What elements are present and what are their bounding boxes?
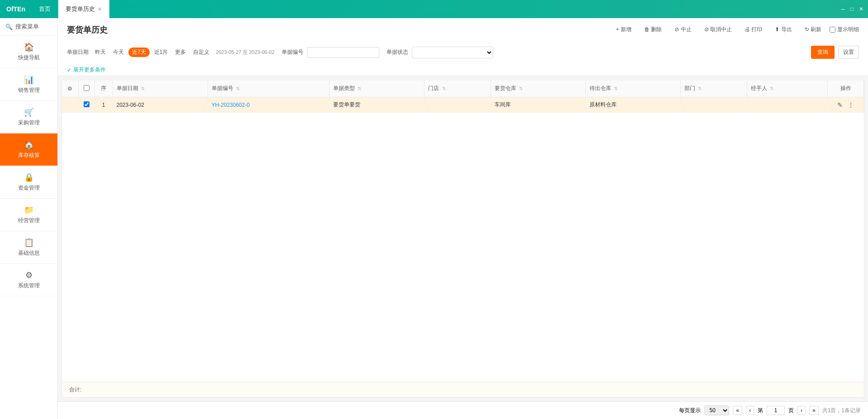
toolbar: + 新增 🗑 删除 ⊘ 中止 ⊘ 取消中止 🖨 打印 ⬆ 导出 ↻ 刷新 显示明…: [612, 24, 859, 36]
expand-label: 展开更多条件: [73, 66, 106, 74]
home-icon: 🏠: [24, 42, 34, 52]
sidebar-item-quick-nav-label: 快捷导航: [18, 54, 40, 62]
date-quick-btns: 昨天 今天 近7天 近1月 更多 自定义: [92, 48, 212, 57]
last-month-btn[interactable]: 近1月: [151, 48, 171, 57]
row-doc-type-cell: 要货单要货: [330, 97, 425, 113]
settings-col-header[interactable]: ⚙: [62, 80, 78, 97]
row-edit-icon[interactable]: ✎: [835, 100, 844, 110]
row-checkbox[interactable]: [84, 101, 90, 107]
table-container: ⚙ 序 单据日期 ⇅ 单据编号 ⇅ 单据类型 ⇅ 门店 ⇅ 要货仓库 ⇅ 待出仓…: [62, 80, 864, 382]
more-btn[interactable]: 更多: [172, 48, 189, 57]
display-detail-checkbox[interactable]: [830, 27, 835, 33]
delete-button[interactable]: 🗑 删除: [640, 24, 666, 36]
query-button[interactable]: 查询: [811, 46, 835, 59]
inventory-icon: 🏠: [24, 140, 34, 150]
sidebar-item-finance[interactable]: 🔒 资金管理: [0, 166, 57, 199]
expand-conditions-btn[interactable]: ✓ 展开更多条件: [67, 66, 859, 74]
sidebar-item-inventory[interactable]: 🏠 库存核算: [0, 133, 57, 166]
tab-home[interactable]: 首页: [32, 0, 58, 18]
page-size-label: 每页显示: [679, 407, 701, 414]
department-col-header[interactable]: 部门 ⇅: [681, 80, 747, 97]
sidebar-item-operation-label: 经营管理: [18, 217, 40, 224]
req-warehouse-col-header[interactable]: 要货仓库 ⇅: [491, 80, 585, 97]
page-size-select[interactable]: 50 20 100 200: [704, 405, 729, 415]
doc-no-input[interactable]: [307, 47, 379, 58]
sidebar-item-operation[interactable]: 📁 经营管理: [0, 199, 57, 231]
cancel-stop-button[interactable]: ⊘ 取消中止: [700, 24, 736, 36]
clipboard-icon: 📋: [24, 238, 34, 248]
page-input[interactable]: [767, 406, 785, 415]
sidebar-item-purchase[interactable]: 🛒 采购管理: [0, 101, 57, 133]
export-button[interactable]: ⬆ 导出: [770, 24, 796, 36]
first-page-button[interactable]: «: [733, 406, 742, 415]
last7-btn[interactable]: 近7天: [128, 48, 150, 57]
doc-no-link[interactable]: YH-20230602-0: [212, 102, 250, 108]
sidebar-item-sales-label: 销售管理: [18, 86, 40, 94]
row-department-cell: [681, 97, 747, 113]
doc-no-filter-group: 单据编号: [282, 47, 379, 58]
sidebar-item-purchase-label: 采购管理: [18, 119, 40, 127]
tab-close-icon[interactable]: ✕: [98, 6, 102, 12]
sidebar-search[interactable]: 🔍 搜索菜单: [0, 18, 57, 36]
tab-home-label: 首页: [39, 5, 51, 13]
prev-page-button[interactable]: ‹: [746, 406, 754, 415]
table-header-row: ⚙ 序 单据日期 ⇅ 单据编号 ⇅ 单据类型 ⇅ 门店 ⇅ 要货仓库 ⇅ 待出仓…: [62, 80, 864, 97]
row-pending-warehouse-cell: 原材料仓库: [585, 97, 680, 113]
num-col-header: 序: [94, 80, 113, 97]
new-button[interactable]: + 新增: [612, 24, 636, 36]
search-icon: 🔍: [5, 24, 13, 30]
row-settings-cell: [62, 97, 78, 113]
tab-bar: 首页 要货单历史 ✕: [32, 0, 109, 18]
row-store-cell: [425, 97, 491, 113]
close-window-icon[interactable]: ✕: [859, 6, 863, 12]
checkbox-col-header[interactable]: [78, 80, 94, 97]
print-button[interactable]: 🖨 打印: [740, 24, 767, 36]
display-detail-label: 显示明细: [837, 26, 859, 33]
table-row[interactable]: 1 2023-06-02 YH-20230602-0 要货单要货 车间库 原材料…: [62, 97, 864, 113]
minimize-icon[interactable]: ─: [841, 6, 845, 12]
sidebar-item-system[interactable]: ⚙ 系统管理: [0, 264, 57, 296]
settings-button[interactable]: 设置: [838, 46, 859, 59]
row-checkbox-cell[interactable]: [78, 97, 94, 113]
content-area: 要货单历史 + 新增 🗑 删除 ⊘ 中止 ⊘ 取消中止 🖨 打印 ⬆ 导出 ↻ …: [58, 18, 868, 419]
sidebar-search-label: 搜索菜单: [15, 23, 39, 31]
last-page-button[interactable]: »: [809, 406, 819, 415]
custom-btn[interactable]: 自定义: [190, 48, 212, 57]
refresh-button[interactable]: ↻ 刷新: [800, 24, 826, 36]
sidebar-item-finance-label: 资金管理: [18, 184, 40, 192]
handler-col-header[interactable]: 经手人 ⇅: [747, 80, 827, 97]
doc-no-col-header[interactable]: 单据编号 ⇅: [208, 80, 329, 97]
pending-warehouse-col-header[interactable]: 待出仓库 ⇅: [585, 80, 680, 97]
display-detail-group: 显示明细: [830, 26, 859, 33]
row-more-icon[interactable]: ⋮: [846, 100, 856, 110]
store-col-header[interactable]: 门店 ⇅: [425, 80, 491, 97]
doc-type-col-header[interactable]: 单据类型 ⇅: [330, 80, 425, 97]
date-filter-label: 单据日期: [67, 48, 89, 56]
table-area: ⚙ 序 单据日期 ⇅ 单据编号 ⇅ 单据类型 ⇅ 门店 ⇅ 要货仓库 ⇅ 待出仓…: [61, 80, 864, 398]
stop-button[interactable]: ⊘ 中止: [670, 24, 696, 36]
row-doc-no-cell[interactable]: YH-20230602-0: [208, 97, 329, 113]
tab-requisition-label: 要货单历史: [66, 5, 95, 13]
folder-icon: 📁: [24, 205, 34, 215]
today-btn[interactable]: 今天: [110, 48, 127, 57]
page-total-info: 共1页，1条记录: [822, 407, 861, 414]
maximize-icon[interactable]: □: [850, 6, 854, 12]
select-all-checkbox[interactable]: [84, 85, 90, 91]
sidebar-item-basic-info[interactable]: 📋 基础信息: [0, 231, 57, 264]
doc-date-col-header[interactable]: 单据日期 ⇅: [113, 80, 208, 97]
app-logo: OfTEn: [0, 5, 32, 13]
footer-total-label: 合计:: [69, 386, 81, 393]
sidebar-item-system-label: 系统管理: [18, 282, 40, 290]
date-range-text: 2023-05-27 至 2023-06-02: [216, 49, 274, 56]
yesterday-btn[interactable]: 昨天: [92, 48, 108, 57]
gear-icon: ⚙: [25, 270, 33, 280]
sidebar-item-inventory-label: 库存核算: [18, 152, 40, 159]
tab-requisition-history[interactable]: 要货单历史 ✕: [58, 0, 109, 18]
status-select[interactable]: [412, 47, 493, 58]
sidebar-item-sales[interactable]: 📊 销售管理: [0, 68, 57, 101]
sidebar-item-quick-nav[interactable]: 🏠 快捷导航: [0, 36, 57, 68]
date-filter-group: 单据日期 昨天 今天 近7天 近1月 更多 自定义 2023-05-27 至 2…: [67, 48, 274, 57]
chevron-down-icon: ✓: [67, 67, 71, 73]
next-page-button[interactable]: ›: [797, 406, 806, 415]
filter-row: 单据日期 昨天 今天 近7天 近1月 更多 自定义 2023-05-27 至 2…: [67, 41, 859, 63]
